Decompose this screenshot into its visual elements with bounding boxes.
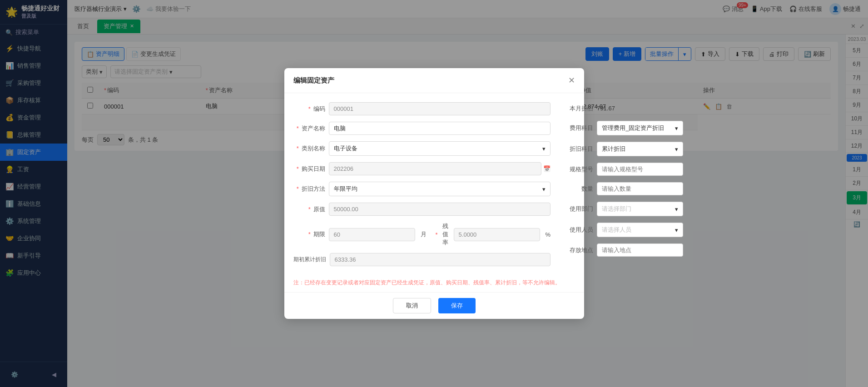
dep-subject-arrow-icon: ▾ [675,146,678,153]
department-label: 使用部门 [561,205,593,213]
period-unit: 月 [421,230,427,238]
category-arrow-icon: ▾ [542,145,546,152]
modal-close-icon[interactable]: ✕ [568,75,575,85]
code-input[interactable] [329,102,551,115]
form-row-monthly-dep: 本月折旧 791.67 [561,102,683,114]
modal-form: * 编码 * 资产名称 [293,102,575,266]
original-value-input[interactable] [329,203,551,216]
quantity-input[interactable] [597,182,683,195]
form-row-original-value: * 原值 [293,203,551,216]
purchase-date-group: 📅 [329,162,551,175]
main-content: 医疗器械行业演示 ▾ ⚙️ ☁️ 我要体验一下 💬 消息 99+ 📱 App下载… [67,0,868,387]
form-row-code: * 编码 [293,102,551,115]
expense-subject-label: 费用科目 [561,124,593,132]
original-value-label: * 原值 [293,205,325,213]
category-select[interactable]: 电子设备 ▾ [329,141,551,156]
modal-header: 编辑固定资产 ✕ [284,68,584,93]
modal-footer: 取消 保存 [284,292,584,319]
code-label: * 编码 [293,105,325,113]
edit-asset-modal: 编辑固定资产 ✕ * 编码 [284,68,584,319]
location-label: 存放地点 [561,246,593,254]
modal-title: 编辑固定资产 [293,76,334,85]
modal-overlay: 编辑固定资产 ✕ * 编码 [67,0,868,387]
form-row-period: * 期限 月 * 残值率 % [293,222,551,247]
form-row-dep-subject: 折旧科目 累计折旧 ▾ [561,142,683,156]
asset-name-label: * 资产名称 [293,124,325,133]
dep-method-arrow-icon: ▾ [542,186,546,193]
expense-arrow-icon: ▾ [675,125,678,132]
dept-arrow-icon: ▾ [675,206,678,213]
monthly-dep-label: 本月折旧 [561,104,593,113]
purchase-date-input[interactable] [329,162,542,175]
period-label: * 期限 [293,230,325,238]
initial-dep-input[interactable] [330,253,551,266]
modal-note: 注：已经存在变更记录或者对应固定资产已经生成凭证，原值、购买日期、残值率、累计折… [284,275,584,292]
monthly-dep-value: 791.67 [597,102,615,114]
form-right: 本月折旧 791.67 费用科目 管理费用_固定资产折旧 ▾ 折旧科目 [561,102,683,266]
form-row-person: 使用人员 请选择人员 ▾ [561,223,683,237]
form-row-purchase-date: * 购买日期 📅 [293,162,551,175]
form-row-category: * 类别名称 电子设备 ▾ [293,141,551,156]
initial-dep-label: 期初累计折旧 [293,256,326,263]
dep-method-select[interactable]: 年限平均 ▾ [329,182,551,196]
quantity-label: 数量 [561,185,593,193]
purchase-date-label: * 购买日期 [293,165,325,173]
modal-body: * 编码 * 资产名称 [284,93,584,275]
spec-input[interactable] [597,163,683,176]
cancel-button[interactable]: 取消 [393,298,431,313]
form-left: * 编码 * 资产名称 [293,102,551,266]
form-row-department: 使用部门 请选择部门 ▾ [561,202,683,216]
form-row-spec: 规格型号 [561,163,683,176]
form-row-dep-method: * 折旧方法 年限平均 ▾ [293,182,551,196]
location-input[interactable] [597,243,683,257]
department-select[interactable]: 请选择部门 ▾ [597,202,683,216]
residual-rate-input[interactable] [454,228,540,241]
person-arrow-icon: ▾ [675,227,678,233]
calendar-icon[interactable]: 📅 [543,165,551,172]
person-placeholder: 请选择人员 [602,226,631,234]
department-placeholder: 请选择部门 [602,205,631,213]
form-row-initial-dep: 期初累计折旧 [293,253,551,266]
form-row-expense-subject: 费用科目 管理费用_固定资产折旧 ▾ [561,121,683,135]
spec-label: 规格型号 [561,165,593,174]
person-label: 使用人员 [561,226,593,234]
period-input[interactable] [329,228,415,241]
save-button[interactable]: 保存 [438,298,476,313]
person-select[interactable]: 请选择人员 ▾ [597,223,683,237]
form-row-asset-name: * 资产名称 [293,122,551,135]
residual-rate-unit: % [546,231,551,238]
form-row-location: 存放地点 [561,243,683,257]
residual-rate-label: 残值率 [442,222,448,247]
expense-subject-select[interactable]: 管理费用_固定资产折旧 ▾ [597,121,683,135]
category-name-label: * 类别名称 [293,144,325,153]
dep-method-label: * 折旧方法 [293,185,325,193]
form-row-quantity: 数量 [561,182,683,195]
asset-name-input[interactable] [329,122,551,135]
dep-subject-select[interactable]: 累计折旧 ▾ [597,142,683,156]
dep-subject-label: 折旧科目 [561,145,593,153]
